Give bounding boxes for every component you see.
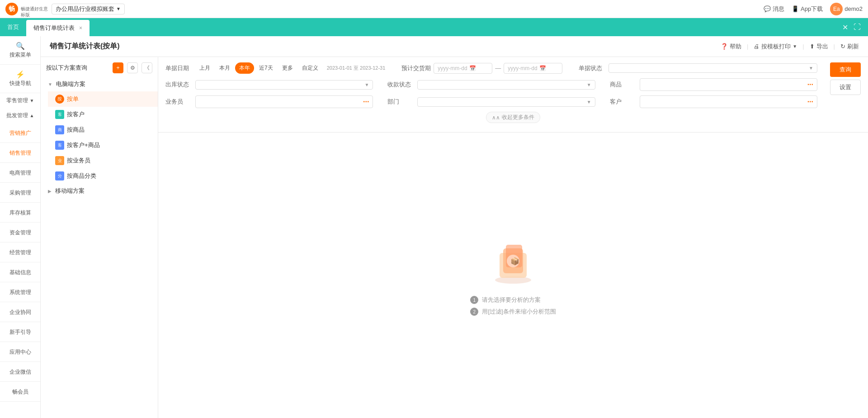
sidebar-item-enterprise[interactable]: 企业协同 (0, 302, 40, 322)
date-btn-this-month[interactable]: 本月 (215, 62, 234, 74)
app-download-button[interactable]: 📱 App下载 (792, 5, 823, 13)
scheme-icon-by-goods: 商 (55, 125, 64, 134)
download-icon: 📱 (792, 5, 799, 12)
dept-arrow-icon: ▼ (587, 100, 591, 104)
scheme-item-by-customer-goods[interactable]: 客 按客户+商品 (48, 138, 158, 153)
payment-status-select[interactable]: ▼ (417, 80, 595, 90)
sidebar-item-wholesale[interactable]: 批发管理 ▲ (0, 108, 40, 123)
add-scheme-button[interactable]: + (113, 62, 123, 73)
status-arrow-icon: ▼ (809, 66, 813, 71)
message-icon: 💬 (764, 5, 771, 12)
scheme-item-by-customer[interactable]: 客 按客户 (48, 107, 158, 122)
scheme-icon-by-order: 按 (55, 95, 64, 104)
logo-box: 畅 畅捷通好生意 标版 (5, 0, 48, 18)
sidebar-item-appcenter[interactable]: 应用中心 (0, 342, 40, 362)
date-btn-7days[interactable]: 近7天 (255, 62, 277, 74)
scheme-item-by-category[interactable]: 分 按商品分类 (48, 168, 158, 184)
customer-label: 客户 (610, 98, 637, 106)
date-btn-last-month[interactable]: 上月 (195, 62, 214, 74)
app-name-label: 畅捷通好生意 标版 (21, 0, 48, 18)
content-inner: 按以下方案查询 + ⚙ 《 ▼ 电脑端方案 (41, 57, 868, 418)
chevron-right-icon: ▼ (30, 98, 34, 103)
goods-ellipsis-icon: ··· (807, 81, 813, 89)
tab-close-icon[interactable]: × (79, 25, 82, 31)
help-icon: ❓ (721, 43, 728, 50)
sidebar-item-system[interactable]: 系统管理 (0, 282, 40, 302)
collapse-up-icon: ∧∧ (492, 114, 500, 121)
empty-hint-1: 1 请先选择要分析的方案 (470, 296, 556, 304)
tab-bar: 首页 销售订单统计表 × ✕ ⛶ (0, 18, 868, 36)
date-btn-custom[interactable]: 自定义 (298, 62, 322, 74)
scheme-item-by-salesman[interactable]: 业 按业务员 (48, 153, 158, 168)
tree-section-pc[interactable]: ▼ 电脑端方案 (41, 77, 158, 91)
tab-bar-actions: ✕ ⛶ (842, 23, 861, 32)
calendar-icon: 📅 (469, 65, 476, 71)
scheme-item-by-order[interactable]: 按 按单 (48, 91, 158, 107)
expand-icon: ▼ (48, 82, 52, 87)
sidebar-item-retail[interactable]: 零售管理 ▼ (0, 93, 40, 108)
main-layout: 🔍 搜索菜单 ⚡ 快捷导航 零售管理 ▼ 批发管理 ▲ 营销推广 销售管理 电商… (0, 36, 868, 418)
settings-button[interactable]: 设置 (830, 80, 861, 95)
hint-num-1: 1 (470, 296, 478, 304)
customer-select[interactable]: ··· (640, 95, 817, 108)
collapse-button[interactable]: ∧∧ 收起更多条件 (486, 112, 540, 123)
out-status-arrow-icon: ▼ (364, 82, 369, 87)
sidebar-item-purchase[interactable]: 采购管理 (0, 183, 40, 203)
status-label: 单据状态 (579, 64, 606, 72)
filter-row-3: 业务员 ··· 部门 ▼ (165, 95, 817, 108)
tree-section-mobile[interactable]: ▶ 移动端方案 (41, 184, 158, 198)
dept-select[interactable]: ▼ (417, 97, 595, 107)
scheme-icon-by-category: 分 (55, 171, 64, 180)
help-button[interactable]: ❓ 帮助 (721, 43, 741, 51)
sidebar-item-search[interactable]: 🔍 搜索菜单 (0, 36, 40, 65)
right-panel: 单据日期 上月 本月 本年 近7天 更多 自定义 (158, 57, 868, 418)
sidebar-item-quicknav[interactable]: ⚡ 快捷导航 (0, 65, 40, 93)
tab-home[interactable]: 首页 (0, 18, 26, 36)
status-select[interactable]: ▼ (609, 63, 817, 73)
sidebar-item-wechat[interactable]: 企业微信 (0, 362, 40, 382)
sidebar-item-member[interactable]: 畅会员 (0, 382, 40, 402)
sidebar-item-ecommerce[interactable]: 电商管理 (0, 163, 40, 183)
sidebar-item-inventory[interactable]: 库存核算 (0, 203, 40, 223)
sidebar-item-sales[interactable]: 销售管理 (0, 143, 40, 163)
sidebar-item-marketing[interactable]: 营销推广 (0, 123, 40, 143)
chevron-down-icon: ▼ (116, 6, 121, 11)
goods-label: 商品 (610, 81, 637, 89)
user-menu[interactable]: Ea demo2 (830, 3, 863, 15)
payment-status-arrow-icon: ▼ (587, 82, 591, 87)
content-area: 销售订单统计表(按单) ❓ 帮助 | 🖨 按模板打印 ▼ | ⬆ 导出 | (41, 36, 868, 418)
sidebar-item-newuser[interactable]: 新手引导 (0, 322, 40, 342)
scheme-item-by-goods[interactable]: 商 按商品 (48, 122, 158, 138)
tab-sales-order-stats[interactable]: 销售订单统计表 × (26, 20, 90, 36)
message-button[interactable]: 💬 消息 (764, 5, 784, 13)
expand-mobile-icon: ▶ (48, 189, 52, 194)
expected-date-from-input[interactable]: yyyy-mm-dd 📅 (434, 63, 492, 74)
export-button[interactable]: ⬆ 导出 (810, 43, 828, 51)
collapse-panel-button[interactable]: 《 (142, 62, 152, 73)
date-label: 单据日期 (165, 64, 193, 72)
left-panel: 按以下方案查询 + ⚙ 《 ▼ 电脑端方案 (41, 57, 158, 418)
expected-date-to-input[interactable]: yyyy-mm-dd 📅 (504, 63, 562, 74)
workspace-selector[interactable]: 办公用品行业模拟账套 ▼ (52, 4, 125, 14)
refresh-button[interactable]: ↻ 刷新 (840, 43, 859, 51)
query-button[interactable]: 查询 (830, 62, 861, 77)
maximize-icon[interactable]: ⛶ (854, 23, 861, 32)
salesman-label: 业务员 (165, 98, 193, 106)
print-button[interactable]: 🖨 按模板打印 ▼ (754, 43, 797, 51)
sidebar-item-basic[interactable]: 基础信息 (0, 262, 40, 282)
filter-row-1: 单据日期 上月 本月 本年 近7天 更多 自定义 (165, 62, 817, 74)
goods-select[interactable]: ··· (640, 78, 817, 91)
settings-scheme-button[interactable]: ⚙ (127, 62, 138, 73)
close-window-icon[interactable]: ✕ (842, 23, 848, 32)
salesman-select[interactable]: ··· (195, 95, 373, 108)
page-title: 销售订单统计表(按单) (50, 42, 120, 51)
out-status-select[interactable]: ▼ (195, 80, 373, 90)
query-buttons: 查询 设置 (825, 62, 861, 95)
date-btn-this-year[interactable]: 本年 (235, 62, 254, 74)
filter-row-2: 出库状态 ▼ 收款状态 (165, 78, 817, 91)
panel-title: 按以下方案查询 (46, 64, 109, 72)
date-btn-more[interactable]: 更多 (278, 62, 297, 74)
collapse-row: ∧∧ 收起更多条件 (165, 108, 861, 127)
sidebar-item-operation[interactable]: 经营管理 (0, 242, 40, 262)
sidebar-item-finance[interactable]: 资金管理 (0, 223, 40, 242)
